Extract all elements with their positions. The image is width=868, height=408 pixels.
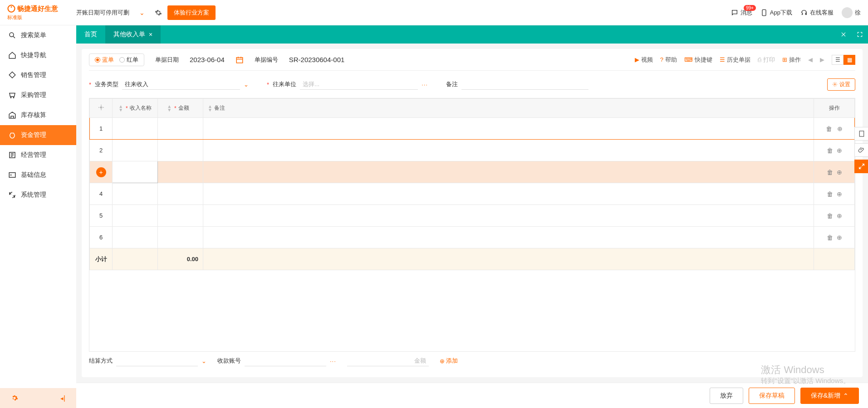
col-remark[interactable]: ▲▼备注: [203, 99, 814, 118]
delete-icon[interactable]: 🗑: [827, 234, 833, 241]
tab-other-income[interactable]: 其他收入单 ×: [105, 25, 161, 44]
toolbar-shortcut[interactable]: ⌨快捷键: [684, 56, 712, 64]
toolbar-print[interactable]: ⎙打印: [758, 56, 775, 64]
copy-icon[interactable]: ⊕: [837, 190, 842, 198]
cell-remark[interactable]: [203, 227, 814, 248]
sidebar-item-business[interactable]: 经营管理: [0, 145, 76, 165]
gear-icon[interactable]: [98, 104, 104, 111]
cell-amount[interactable]: [158, 161, 203, 183]
toolbar-video[interactable]: ▶视频: [635, 56, 653, 64]
close-tab-button[interactable]: [835, 25, 852, 44]
table-row[interactable]: 1 🗑 ⊕: [90, 118, 855, 140]
delete-icon[interactable]: 🗑: [826, 125, 832, 132]
gear-icon[interactable]: [155, 9, 162, 16]
chevron-down-icon[interactable]: ⌄: [201, 358, 206, 364]
cell-remark[interactable]: [203, 161, 814, 183]
biz-type-input[interactable]: [122, 79, 240, 90]
fullscreen-button[interactable]: [852, 25, 868, 44]
save-new-button[interactable]: 保存&新增 ⌃: [800, 388, 859, 404]
cell-remark[interactable]: [203, 118, 814, 140]
cell-remark[interactable]: [203, 205, 814, 227]
chevron-down-icon[interactable]: ⌄: [244, 81, 249, 88]
doc-date-value[interactable]: 2023-06-04: [190, 56, 225, 63]
cell-name[interactable]: [113, 140, 158, 161]
account-period-label[interactable]: 开账日期可停用可删: [76, 9, 129, 17]
calendar-icon[interactable]: [235, 56, 244, 64]
radio-red[interactable]: 红单: [119, 56, 138, 64]
settings-button[interactable]: 设置: [827, 78, 855, 91]
add-settlement-button[interactable]: ⊕ 添加: [440, 357, 458, 365]
cell-name[interactable]: [113, 227, 158, 248]
sidebar-item-system[interactable]: 系统管理: [0, 185, 76, 205]
gear-icon[interactable]: [11, 394, 18, 402]
settle-method-input[interactable]: [116, 355, 198, 366]
table-row[interactable]: 2 🗑⊕: [90, 140, 855, 161]
close-icon[interactable]: ×: [149, 31, 152, 38]
dock-attachment-button[interactable]: [854, 143, 868, 157]
more-icon[interactable]: ···: [422, 81, 428, 88]
prev-icon[interactable]: ◀: [808, 56, 813, 63]
dock-note-button[interactable]: [854, 127, 868, 141]
cell-amount[interactable]: [158, 227, 203, 248]
cell-name[interactable]: [113, 161, 158, 183]
table-row[interactable]: 4 🗑⊕: [90, 183, 855, 205]
table-row-add[interactable]: + 🗑⊕: [90, 161, 855, 183]
cell-amount[interactable]: [158, 118, 203, 140]
delete-icon[interactable]: 🗑: [827, 169, 833, 176]
copy-icon[interactable]: ⊕: [837, 212, 842, 219]
sidebar-footer: ◂ǀ: [0, 388, 76, 408]
receive-amount-input[interactable]: [347, 355, 429, 366]
cell-remark[interactable]: [203, 140, 814, 161]
cell-name[interactable]: [113, 205, 158, 227]
sidebar-item-inventory[interactable]: 库存核算: [0, 105, 76, 125]
copy-icon[interactable]: ⊕: [837, 125, 843, 132]
cell-amount[interactable]: [158, 140, 203, 161]
copy-icon[interactable]: ⊕: [837, 147, 842, 154]
cell-name[interactable]: [113, 183, 158, 205]
cell-name[interactable]: [113, 118, 158, 140]
collapse-sidebar-icon[interactable]: ◂ǀ: [60, 395, 65, 402]
user-menu[interactable]: 徐: [842, 7, 861, 18]
view-card-button[interactable]: ▦: [843, 55, 855, 65]
tab-home[interactable]: 首页: [76, 25, 105, 44]
toolbar-history[interactable]: ☰历史单据: [720, 56, 750, 64]
messages-button[interactable]: 消息 99+: [731, 9, 752, 17]
table-row[interactable]: 6 🗑⊕: [90, 227, 855, 248]
industry-solution-button[interactable]: 体验行业方案: [167, 5, 216, 20]
col-amount[interactable]: ▲▼*金额: [158, 99, 203, 118]
sidebar-item-search[interactable]: 搜索菜单: [0, 25, 76, 45]
cell-remark[interactable]: [203, 183, 814, 205]
delete-icon[interactable]: 🗑: [827, 212, 833, 219]
save-draft-button[interactable]: 保存草稿: [749, 388, 795, 404]
more-icon[interactable]: ···: [330, 358, 336, 364]
sidebar-item-purchase[interactable]: 采购管理: [0, 85, 76, 105]
radio-blue[interactable]: 蓝单: [95, 56, 114, 64]
toolbar-operate[interactable]: ⊞操作: [782, 56, 801, 64]
cell-amount[interactable]: [158, 205, 203, 227]
sidebar-item-funds[interactable]: 资金管理: [0, 125, 76, 145]
customer-service-button[interactable]: 在线客服: [800, 9, 834, 17]
receive-account-input[interactable]: [245, 355, 326, 366]
copy-icon[interactable]: ⊕: [837, 169, 842, 176]
sidebar-item-basic[interactable]: 基础信息: [0, 165, 76, 185]
save-new-label: 保存&新增: [811, 392, 840, 400]
discard-button[interactable]: 放弃: [710, 388, 743, 404]
sidebar-item-quicknav[interactable]: 快捷导航: [0, 45, 76, 65]
sidebar-item-sales[interactable]: 销售管理: [0, 65, 76, 85]
cell-amount[interactable]: [158, 183, 203, 205]
app-download-button[interactable]: App下载: [760, 9, 792, 17]
dock-expand-button[interactable]: [854, 160, 868, 173]
table-row[interactable]: 5 🗑⊕: [90, 205, 855, 227]
toolbar-help[interactable]: ?帮助: [660, 56, 677, 64]
add-row-button[interactable]: +: [96, 167, 106, 177]
view-toggle: ☰ ▦: [832, 55, 855, 65]
col-income-name[interactable]: ▲▼*收入名称: [113, 99, 158, 118]
next-icon[interactable]: ▶: [820, 56, 824, 63]
delete-icon[interactable]: 🗑: [827, 147, 833, 154]
remark-input[interactable]: [461, 79, 588, 90]
party-input[interactable]: [300, 79, 418, 90]
view-list-button[interactable]: ☰: [832, 55, 843, 65]
delete-icon[interactable]: 🗑: [827, 190, 833, 198]
chevron-down-icon[interactable]: ⌄: [139, 9, 145, 16]
copy-icon[interactable]: ⊕: [837, 234, 842, 241]
